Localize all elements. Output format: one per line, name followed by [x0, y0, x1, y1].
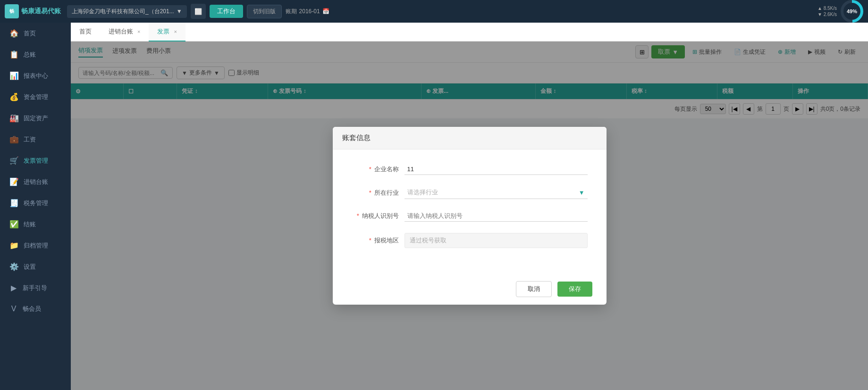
industry-select[interactable]: 请选择行业 ▼ [405, 186, 588, 199]
sidebar-item-tax[interactable]: 🧾 税务管理 [0, 192, 71, 214]
tab-purchase-sales-label: 进销台账 [109, 27, 133, 36]
topbar-right: ▲ 8.5K/s ▼ 2.6K/s 49% [817, 0, 863, 23]
required-mark4: * [369, 237, 371, 244]
save-button[interactable]: 保存 [557, 282, 592, 297]
sidebar: 🏠 首页 📋 总账 📊 报表中心 💰 资金管理 🏭 固定资产 💼 工资 🛒 发票… [0, 23, 71, 390]
sidebar-item-funds-label: 资金管理 [24, 93, 48, 101]
account-info-modal: 账套信息 * 企业名称 [333, 127, 607, 305]
chevron-down-icon: ▼ [177, 8, 182, 15]
sidebar-item-settings[interactable]: ⚙️ 设置 [0, 256, 71, 277]
member-icon: V [9, 305, 18, 313]
sidebar-item-ledger-label: 总账 [24, 50, 36, 59]
sidebar-item-invoice[interactable]: 🛒 发票管理 [0, 150, 71, 171]
ledger-icon: 📋 [9, 50, 19, 59]
sidebar-item-ledger[interactable]: 📋 总账 [0, 44, 71, 65]
cancel-button[interactable]: 取消 [516, 281, 552, 297]
speed-down: ▼ 2.6K/s [817, 12, 837, 17]
tax-region-row: * 报税地区 通过税号获取 [352, 233, 588, 248]
salary-icon: 💼 [9, 135, 19, 144]
workbench-button[interactable]: 工作台 [210, 5, 243, 18]
tax-region-label-text: 报税地区 [374, 237, 399, 244]
sidebar-item-salary-label: 工资 [24, 135, 36, 144]
tax-id-field-label: * 纳税人识别号 [352, 212, 399, 220]
sidebar-item-purchase-sales-label: 进销台账 [24, 178, 48, 186]
sidebar-item-assets-label: 固定资产 [24, 114, 48, 123]
sidebar-item-tax-label: 税务管理 [24, 199, 48, 207]
required-mark: * [369, 166, 371, 173]
tab-invoice-close[interactable]: × [174, 29, 177, 34]
old-version-button[interactable]: 切到旧版 [247, 5, 282, 18]
tax-id-label-text: 纳税人识别号 [362, 212, 399, 219]
speed-info: ▲ 8.5K/s ▼ 2.6K/s [817, 6, 837, 17]
speed-up: ▲ 8.5K/s [817, 6, 837, 11]
reports-icon: 📊 [9, 71, 19, 80]
tab-invoice-label: 发票 [157, 27, 169, 36]
sidebar-item-purchase-sales[interactable]: 📝 进销台账 [0, 171, 71, 192]
assets-icon: 🏭 [9, 114, 19, 123]
period-info: 账期 2016-01 📅 [286, 8, 329, 16]
sidebar-item-home-label: 首页 [24, 29, 36, 38]
sidebar-item-settings-label: 设置 [24, 263, 36, 271]
industry-label-text: 所在行业 [374, 189, 399, 196]
percent-circle: 49% [841, 0, 863, 23]
sidebar-item-home[interactable]: 🏠 首页 [0, 23, 71, 44]
sidebar-item-close-accounts-label: 结账 [24, 220, 36, 229]
sidebar-item-close-accounts[interactable]: ✅ 结账 [0, 214, 71, 235]
required-mark3: * [357, 212, 359, 219]
modal-body: * 企业名称 * 所在行业 请选择行业 [333, 149, 607, 274]
app-name: 畅康通易代账 [21, 7, 61, 16]
tax-region-readonly: 通过税号获取 [405, 233, 588, 248]
calendar-icon[interactable]: 📅 [322, 8, 329, 15]
tax-id-input[interactable] [405, 210, 588, 222]
period-label: 账期 [286, 8, 297, 16]
sidebar-item-salary[interactable]: 💼 工资 [0, 129, 71, 150]
modal-title: 账套信息 [342, 133, 371, 141]
required-mark2: * [369, 189, 371, 196]
settings-icon: ⚙️ [9, 262, 19, 271]
company-name: 上海卯金刀电子科技有限公司_（台201... [72, 8, 174, 16]
close-accounts-icon: ✅ [9, 220, 19, 229]
funds-icon: 💰 [9, 92, 19, 101]
sidebar-item-archive[interactable]: 📁 归档管理 [0, 235, 71, 256]
company-name-row: * 企业名称 [352, 164, 588, 175]
tax-region-placeholder: 通过税号获取 [410, 237, 447, 244]
purchase-sales-icon: 📝 [9, 177, 19, 186]
content-area: 销项发票 进项发票 费用小票 ⊞ 取票 ▼ ⊞ 批量操作 [71, 41, 868, 390]
home-icon: 🏠 [9, 29, 19, 38]
industry-chevron-icon: ▼ [579, 189, 585, 196]
tax-id-row: * 纳税人识别号 [352, 210, 588, 222]
industry-field-label: * 所在行业 [352, 189, 399, 197]
percent-value: 49% [843, 3, 860, 20]
copy-icon[interactable]: ⬜ [191, 4, 206, 19]
tab-purchase-sales-close[interactable]: × [137, 29, 140, 34]
sidebar-item-reports-label: 报表中心 [24, 72, 48, 80]
topbar: 畅 畅康通易代账 上海卯金刀电子科技有限公司_（台201... ▼ ⬜ 工作台 … [0, 0, 868, 23]
app-logo: 畅 畅康通易代账 [5, 4, 61, 18]
modal-footer: 取消 保存 [333, 274, 607, 305]
modal-header: 账套信息 [333, 127, 607, 149]
logo-icon: 畅 [5, 4, 19, 18]
modal-overlay: 账套信息 * 企业名称 [71, 41, 868, 390]
sidebar-item-reports[interactable]: 📊 报表中心 [0, 65, 71, 86]
sidebar-item-member[interactable]: V 畅会员 [0, 299, 71, 319]
tab-purchase-sales[interactable]: 进销台账 × [100, 23, 149, 41]
main-content: 首页 进销台账 × 发票 × 销项发票 进项发票 费用 [71, 23, 868, 390]
sidebar-item-member-label: 畅会员 [23, 305, 41, 313]
company-name-input[interactable] [405, 164, 588, 175]
tax-icon: 🧾 [9, 199, 19, 207]
sidebar-item-assets[interactable]: 🏭 固定资产 [0, 108, 71, 129]
tax-region-field-label: * 报税地区 [352, 236, 399, 245]
tab-home[interactable]: 首页 [71, 23, 100, 41]
sidebar-item-invoice-label: 发票管理 [24, 157, 48, 165]
sidebar-item-guide[interactable]: ▶ 新手引导 [0, 277, 71, 299]
tab-invoice[interactable]: 发票 × [149, 23, 185, 41]
tab-home-label: 首页 [79, 27, 92, 36]
main-layout: 🏠 首页 📋 总账 📊 报表中心 💰 资金管理 🏭 固定资产 💼 工资 🛒 发票… [0, 23, 868, 390]
sidebar-item-funds[interactable]: 💰 资金管理 [0, 86, 71, 108]
sidebar-item-archive-label: 归档管理 [24, 241, 48, 250]
company-name-label-text: 企业名称 [374, 166, 399, 173]
sidebar-item-guide-label: 新手引导 [23, 284, 47, 292]
company-selector[interactable]: 上海卯金刀电子科技有限公司_（台201... ▼ [67, 5, 187, 18]
company-name-field-label: * 企业名称 [352, 165, 399, 174]
guide-icon: ▶ [9, 283, 18, 292]
